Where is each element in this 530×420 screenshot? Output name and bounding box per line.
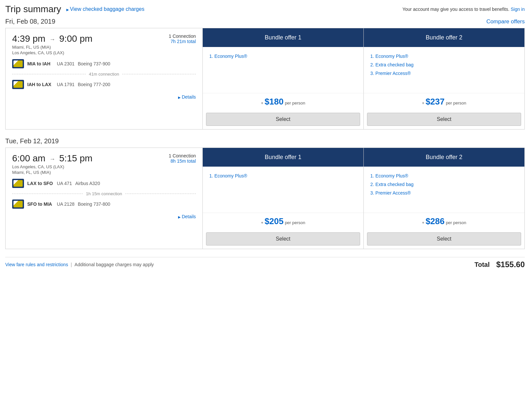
trip-2-b2-feature-2: 2. Extra checked bag (370, 182, 518, 187)
trip-1-details-link[interactable]: Details (12, 94, 196, 100)
total-amount: $155.60 (496, 260, 525, 269)
trip-1-segment-1: MIA to IAH UA 2301 Boeing 737-900 (12, 59, 196, 68)
trip-2-segment-1: LAX to SFO UA 471 Airbus A320 (12, 179, 196, 188)
account-notice-text: Your account may give you access to trav… (403, 7, 510, 12)
trip-1-b2-select-btn[interactable]: Select (367, 113, 521, 126)
footer-sep: | (71, 262, 72, 267)
trip-2-bundle-1-header: Bundle offer 1 (203, 148, 363, 167)
trip-1-date-row: Fri, Feb 08, 2019 Compare offers (5, 18, 525, 25)
trip-1-card: 4:39 pm → 9:00 pm Miami, FL, US (MIA) Lo… (5, 28, 525, 129)
trip-1-bundle-2-features: 1. Economy Plus® 2. Extra checked bag 3.… (364, 47, 524, 93)
trip-1-b2-feature-3: 3. Premier Access® (370, 71, 518, 76)
seg1-aircraft: Boeing 737-900 (78, 61, 110, 66)
trip-2-b2-price: $286 (426, 216, 445, 226)
trip-1-depart: 4:39 pm (12, 34, 45, 44)
trip-1-flight-header: 4:39 pm → 9:00 pm Miami, FL, US (MIA) Lo… (12, 34, 196, 55)
seg4-aircraft: Boeing 737-800 (78, 201, 110, 207)
trip-1-b2-price-plus: + (422, 101, 426, 105)
view-baggage-link[interactable]: View checked baggage charges (66, 6, 144, 12)
trip-1-bundle-2-header: Bundle offer 2 (364, 28, 524, 47)
trip-2-bundles: Bundle offer 1 1. Economy Plus® + $205 p… (203, 148, 524, 249)
page-header: Trip summary View checked baggage charge… (5, 4, 525, 14)
trip-2-b1-select-btn[interactable]: Select (206, 232, 360, 245)
compare-offers-link[interactable]: Compare offers (486, 18, 525, 25)
trip-1-b2-feature-2: 2. Extra checked bag (370, 62, 518, 67)
seg3-route: LAX to SFO (27, 181, 54, 186)
trip-2-segment-2: SFO to MIA UA 2128 Boeing 737-800 (12, 199, 196, 209)
trip-1-b2-price: $237 (426, 97, 445, 106)
trip-2-times: 6:00 am → 5:15 pm (12, 153, 92, 164)
footer-links: View fare rules and restrictions | Addit… (5, 262, 154, 267)
trip-2-bundle-2-header: Bundle offer 2 (364, 148, 524, 167)
trip-2-connection-info: 1 Connection 8h 15m total (169, 153, 196, 164)
total-label: Total (474, 261, 490, 268)
trip-1-b2-feature-1: 1. Economy Plus® (370, 54, 518, 59)
divider-line-right (122, 74, 196, 74)
seg4-route: SFO to MIA (27, 201, 54, 207)
airline-logo-inner-2 (13, 81, 23, 88)
trip-1-b1-per-person: per person (285, 101, 305, 105)
airline-logo-inner-3 (13, 180, 23, 187)
trip-1-b1-select-btn[interactable]: Select (206, 113, 360, 126)
trip-1-times: 4:39 pm → 9:00 pm (12, 34, 92, 44)
trip-2-b1-price: $205 (265, 216, 284, 226)
seg2-flight: UA 1791 (57, 82, 75, 87)
seg3-aircraft: Airbus A320 (75, 181, 100, 186)
trip-2-b2-select-btn[interactable]: Select (367, 232, 521, 245)
airline-logo-inner-4 (13, 201, 23, 207)
trip-2-bundle-1-features: 1. Economy Plus® (203, 167, 363, 213)
trip-1-bundles: Bundle offer 1 1. Economy Plus® + $180 p… (203, 28, 524, 129)
trip-2-b1-feature-1: 1. Economy Plus® (209, 173, 357, 178)
trip-2-b2-price-plus: + (422, 220, 426, 225)
airline-logo-2 (12, 80, 24, 89)
flight-arrow-icon-2: → (49, 156, 55, 163)
connection-time-1: 41m connection (89, 72, 119, 77)
trip-2-b2-feature-1: 1. Economy Plus® (370, 173, 518, 178)
airline-logo-4 (12, 199, 24, 209)
trip-2-arrive: 5:15 pm (59, 153, 92, 164)
airline-logo-inner (13, 60, 23, 67)
baggage-note: Additional baggage charges may apply (75, 262, 154, 267)
seg1-flight: UA 2301 (57, 61, 75, 66)
trip-1-origin: Miami, FL, US (MIA) (12, 45, 92, 50)
trip-2-details-link[interactable]: Details (12, 214, 196, 219)
trip-2-flight-info: 6:00 am → 5:15 pm Los Angeles, CA, US (L… (6, 148, 203, 249)
airline-logo-3 (12, 179, 24, 188)
trip-1-b1-feature-1: 1. Economy Plus® (209, 54, 357, 59)
account-notice: Your account may give you access to trav… (403, 7, 525, 12)
trip-2-total-time: 8h 15m total (169, 158, 196, 164)
fare-rules-link[interactable]: View fare rules and restrictions (5, 262, 68, 267)
divider-line-left (12, 74, 86, 74)
trip-2-depart: 6:00 am (12, 153, 45, 164)
trip-1-b1-price: $180 (265, 97, 284, 106)
seg2-aircraft: Boeing 777-200 (78, 82, 110, 87)
seg1-route: MIA to IAH (27, 61, 54, 66)
trip-2-bundle-2: Bundle offer 2 1. Economy Plus® 2. Extra… (363, 148, 524, 249)
airline-logo-1 (12, 59, 24, 68)
trip-1-connection-info: 1 Connection 7h 21m total (169, 34, 196, 44)
sign-in-link[interactable]: Sign in (511, 7, 525, 12)
trip-2-b2-per-person: per person (446, 220, 466, 225)
trip-2-connection-divider: 1h 15m connection (12, 191, 196, 196)
trip-1-bundle-2-price-row: + $237 per person (364, 93, 524, 110)
trip-2-date-row: Tue, Feb 12, 2019 (5, 137, 525, 145)
trip-1-connection-divider: 41m connection (12, 72, 196, 77)
trip-1-bundle-1: Bundle offer 1 1. Economy Plus® + $180 p… (203, 28, 363, 129)
divider-line-right-2 (125, 194, 196, 194)
trip-1-bundle-1-header: Bundle offer 1 (203, 28, 363, 47)
trip-2-times-origin: 6:00 am → 5:15 pm Los Angeles, CA, US (L… (12, 153, 92, 175)
trip-1-bundle-1-price-row: + $180 per person (203, 93, 363, 110)
trip-1-times-origin: 4:39 pm → 9:00 pm Miami, FL, US (MIA) Lo… (12, 34, 92, 55)
trip-1-arrive: 9:00 pm (59, 34, 92, 44)
trip-1-segment-2: IAH to LAX UA 1791 Boeing 777-200 (12, 80, 196, 89)
divider-line-left-2 (12, 194, 83, 194)
trip-2-b2-feature-3: 3. Premier Access® (370, 190, 518, 196)
total-section: Total $155.60 (474, 260, 525, 269)
connection-time-2: 1h 15m connection (86, 191, 122, 196)
seg2-route: IAH to LAX (27, 82, 54, 87)
trip-2-origin: Los Angeles, CA, US (LAX) (12, 164, 92, 169)
seg3-flight: UA 471 (57, 181, 72, 186)
trip-1-bundle-2: Bundle offer 2 1. Economy Plus® 2. Extra… (363, 28, 524, 129)
trip-2-bundle-1-price-row: + $205 per person (203, 213, 363, 230)
trip-1-destination: Los Angeles, CA, US (LAX) (12, 50, 92, 55)
